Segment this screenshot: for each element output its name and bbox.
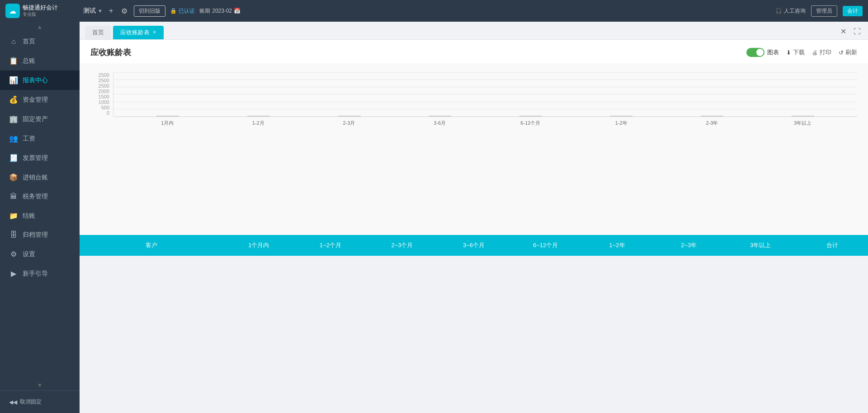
tab-ar-aging-label: 应收账龄表	[120, 28, 150, 37]
sidebar-item-label: 总账	[23, 57, 35, 65]
tab-home[interactable]: 首页	[85, 26, 111, 39]
topbar-main: 测试 ▼ + ⚙ 切到旧版 🔒 已认证 账期 2023-02 📅	[83, 5, 770, 17]
cert-status: 🔒 已认证	[170, 7, 195, 15]
scroll-down-arrow[interactable]: ▼	[0, 380, 80, 390]
sidebar-item-ledger[interactable]: 📋 总账	[0, 51, 80, 70]
tab-expand-icon[interactable]: ⛶	[852, 26, 863, 38]
headset-icon: 🎧	[775, 8, 782, 14]
th-1-2m: 1~2个月	[295, 235, 367, 256]
y-label-2500a: 2500	[99, 72, 109, 78]
tab-home-label: 首页	[92, 28, 104, 37]
settings-icon[interactable]: ⚙	[119, 5, 129, 17]
sidebar-item-funds[interactable]: 💰 资金管理	[0, 90, 80, 109]
bar-col-6-12m	[486, 116, 576, 117]
th-3yplus: 3年以上	[725, 235, 797, 256]
download-button[interactable]: ⬇ 下载	[786, 48, 805, 56]
unpin-sidebar-button[interactable]: ◀◀ 取消固定	[0, 394, 80, 409]
scroll-up-arrow[interactable]: ▲	[0, 22, 80, 32]
logo-text-wrap: 畅捷通好会计 专业版	[23, 4, 58, 18]
y-label-500: 500	[101, 105, 109, 110]
toggle-knob	[756, 49, 764, 56]
y-label-1500: 1500	[99, 94, 109, 99]
sidebar-item-label: 进销台账	[23, 174, 48, 182]
y-label-0: 0	[107, 110, 109, 116]
content-scroll[interactable]: 应收账龄表 图表 ⬇ 下载 🖨	[80, 40, 868, 413]
sidebar-item-trading[interactable]: 📦 进销台账	[0, 168, 80, 187]
switch-version-button[interactable]: 切到旧版	[134, 5, 165, 17]
company-name: 测试	[83, 7, 96, 15]
refresh-icon: ↺	[839, 49, 844, 56]
topbar: ☁ 畅捷通好会计 专业版 测试 ▼ + ⚙ 切到旧版 🔒 已认证 账期 2023…	[0, 0, 868, 22]
sidebar-item-label: 报表中心	[23, 76, 48, 84]
home-icon: ⌂	[9, 38, 18, 46]
sidebar-item-close-period[interactable]: 📁 结账	[0, 206, 80, 225]
tabbar-right: ✕ ⛶	[839, 25, 863, 39]
close-period-icon: 📁	[9, 211, 18, 220]
sidebar-item-settings[interactable]: ⚙ 设置	[0, 244, 80, 264]
role-button[interactable]: 会计	[843, 6, 863, 16]
logo-icon: ☁	[5, 4, 20, 18]
x-labels: 1月内 1-2月 2-3月 3-6月 6-12个月 1-2年 2-3年 3年以上	[113, 117, 857, 127]
chart-inner: 2500 2500 2500 2000 1500 1000 500 0	[90, 72, 857, 127]
print-button[interactable]: 🖨 打印	[812, 48, 831, 56]
consult-button[interactable]: 🎧 人工咨询	[775, 7, 806, 15]
company-selector[interactable]: 测试 ▼	[83, 7, 103, 15]
trading-icon: 📦	[9, 173, 18, 182]
assets-icon: 🏢	[9, 115, 18, 123]
tabbar: 首页 应收账龄表 ✕ ✕ ⛶	[80, 22, 868, 40]
company-dropdown-icon: ▼	[98, 8, 103, 14]
logo-badge: 专业版	[23, 11, 58, 18]
bar-col-1-2y	[576, 116, 667, 117]
table-header: 客户 1个月内 1~2个月 2~3个月 3~6个月 6~12个月 1~2年 2~…	[80, 235, 868, 256]
tax-icon: 🏛	[9, 192, 18, 201]
user-button[interactable]: 管理员	[811, 5, 837, 17]
chart-body: 1月内 1-2月 2-3月 3-6月 6-12个月 1-2年 2-3年 3年以上	[113, 72, 857, 127]
reports-icon: 📊	[9, 76, 18, 84]
bar-3-6m	[429, 116, 451, 117]
bars-area	[113, 72, 857, 117]
refresh-button[interactable]: ↺ 刷新	[839, 48, 857, 56]
table-section: 客户 1个月内 1~2个月 2~3个月 3~6个月 6~12个月 1~2年 2~…	[80, 235, 868, 256]
bar-2-3y	[701, 116, 723, 117]
chart-toggle-wrap: 图表	[746, 48, 779, 57]
bars-group	[123, 72, 848, 117]
y-axis: 2500 2500 2500 2000 1500 1000 500 0	[90, 72, 113, 127]
bar-col-3yplus	[757, 116, 848, 117]
sidebar-item-payroll[interactable]: 👥 工资	[0, 129, 80, 148]
sidebar-nav: ⌂ 首页 📋 总账 📊 报表中心 💰 资金管理 🏢 固定资产 👥 工资	[0, 32, 80, 380]
sidebar-bottom: ◀◀ 取消固定	[0, 390, 80, 413]
sidebar-item-label: 设置	[23, 250, 35, 258]
th-1m: 1个月内	[223, 235, 295, 256]
sidebar-item-label: 固定资产	[23, 115, 48, 123]
sidebar-item-label: 税务管理	[23, 192, 48, 201]
accounting-period: 账期 2023-02 📅	[199, 7, 241, 15]
sidebar-item-reports[interactable]: 📊 报表中心	[0, 70, 80, 90]
guide-icon: ▶	[9, 269, 18, 278]
add-button[interactable]: +	[107, 5, 115, 17]
sidebar-item-label: 首页	[23, 38, 35, 46]
calendar-icon[interactable]: 📅	[234, 8, 241, 14]
th-6-12m: 6~12个月	[509, 235, 581, 256]
x-label-3yplus: 3年以上	[757, 120, 848, 127]
x-label-6-12m: 6-12个月	[485, 120, 576, 127]
tab-ar-aging[interactable]: 应收账龄表 ✕	[113, 26, 164, 39]
sidebar-item-tax[interactable]: 🏛 税务管理	[0, 187, 80, 206]
tab-close-icon[interactable]: ✕	[839, 25, 848, 38]
bar-2-3m	[338, 116, 361, 117]
bar-col-1m	[123, 116, 213, 117]
sidebar-item-home[interactable]: ⌂ 首页	[0, 32, 80, 51]
x-label-3-6m: 3-6月	[394, 120, 485, 127]
th-customer: 客户	[80, 235, 223, 256]
unpin-icon: ◀◀	[9, 399, 17, 405]
chart-toggle[interactable]	[746, 48, 764, 57]
sidebar-item-guide[interactable]: ▶ 新手引导	[0, 264, 80, 283]
tab-ar-aging-close[interactable]: ✕	[152, 29, 156, 35]
content-area: 应收账龄表 图表 ⬇ 下载 🖨	[80, 40, 868, 256]
logo-app-name: 畅捷通好会计	[23, 4, 58, 12]
sidebar-item-invoice[interactable]: 🧾 发票管理	[0, 148, 80, 168]
print-label: 打印	[820, 48, 831, 56]
sidebar-item-assets[interactable]: 🏢 固定资产	[0, 109, 80, 129]
x-label-1-2m: 1-2月	[213, 120, 304, 127]
y-label-1000: 1000	[99, 99, 109, 105]
sidebar-item-archive[interactable]: 🗄 归档管理	[0, 225, 80, 244]
